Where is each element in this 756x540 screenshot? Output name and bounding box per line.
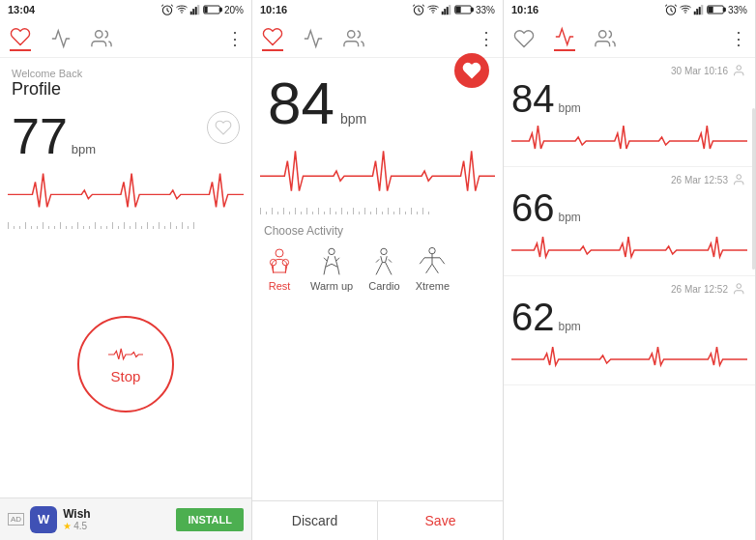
tick-4 (25, 222, 26, 229)
svg-rect-39 (694, 12, 696, 14)
panel-monitor: 13:04 20% ⋮ Welcome Back Profile (0, 0, 252, 540)
more-menu-3[interactable]: ⋮ (730, 28, 747, 49)
nav-people-1[interactable] (89, 26, 114, 51)
install-button[interactable]: INSTALL (176, 508, 244, 531)
history-ecg-0 (511, 120, 747, 158)
heart-nav-icon-2 (262, 26, 283, 47)
tick-3 (19, 226, 20, 229)
people-nav-icon-1 (91, 28, 112, 49)
save-button[interactable]: Save (378, 501, 503, 540)
heart-circle-1[interactable] (207, 111, 240, 144)
discard-button[interactable]: Discard (252, 501, 378, 540)
status-bar-3: 10:16 33% (504, 0, 755, 19)
history-item-0[interactable]: 30 Mar 10:16 84 bpm (504, 58, 755, 167)
nav-people-2[interactable] (341, 26, 366, 51)
stop-ecg-icon (108, 345, 143, 364)
more-menu-2[interactable]: ⋮ (478, 28, 495, 49)
svg-point-48 (737, 175, 741, 180)
welcome-section: Welcome Back Profile (0, 58, 251, 103)
tick-28 (164, 226, 165, 229)
tick-16 (95, 222, 96, 229)
activity-xtreme[interactable]: Xtreme (416, 245, 450, 292)
nav-chart-3[interactable] (552, 24, 577, 53)
svg-rect-12 (442, 12, 444, 14)
heart-record-btn[interactable] (454, 53, 489, 88)
tick-17 (101, 226, 102, 229)
svg-point-1 (181, 12, 183, 14)
history-unit-2: bpm (559, 320, 581, 333)
ecg-svg-2 (260, 141, 495, 201)
activity-warmup[interactable]: Warm up (310, 245, 353, 292)
tick-15 (89, 226, 90, 229)
nav-chart-1[interactable] (48, 26, 73, 51)
nav-heart-1[interactable] (8, 24, 33, 53)
history-bpm-row-0: 84 bpm (511, 79, 747, 118)
activity-items: Rest Warm up (264, 245, 491, 292)
tick-27 (159, 222, 160, 229)
svg-rect-44 (723, 8, 725, 12)
more-menu-1[interactable]: ⋮ (226, 28, 244, 49)
cardio-icon (368, 245, 399, 276)
nav-heart-3[interactable] (511, 26, 537, 51)
tick-13 (77, 222, 78, 229)
stop-button[interactable]: Stop (77, 316, 174, 412)
svg-rect-14 (447, 8, 449, 15)
nav-bar-3: ⋮ (504, 19, 755, 58)
profile-name: Profile (12, 79, 240, 99)
rest-label: Rest (269, 280, 291, 292)
tick-24 (141, 226, 142, 229)
stop-label: Stop (111, 368, 141, 384)
svg-rect-8 (204, 7, 207, 14)
svg-rect-7 (219, 8, 221, 12)
scrollbar[interactable] (752, 108, 755, 270)
svg-point-38 (684, 12, 686, 14)
chart-nav-icon-2 (303, 28, 324, 49)
nav-heart-2[interactable] (260, 24, 285, 53)
nav-people-3[interactable] (593, 26, 618, 51)
svg-rect-13 (444, 10, 446, 15)
nav-icons-3 (511, 24, 730, 53)
people-nav-icon-2 (343, 28, 364, 49)
svg-rect-15 (449, 6, 451, 15)
status-icons-2: 33% (412, 3, 495, 16)
nav-chart-2[interactable] (301, 26, 326, 51)
history-unit-0: bpm (559, 101, 581, 115)
person-icon-2 (734, 282, 747, 296)
activity-cardio[interactable]: Cardio (368, 245, 399, 292)
svg-line-34 (432, 264, 438, 273)
battery-icon (203, 4, 222, 15)
svg-point-20 (276, 249, 283, 257)
status-bar-1: 13:04 20% (0, 0, 251, 19)
ad-badge: AD (8, 513, 24, 526)
status-icons-3: 33% (664, 3, 747, 16)
tick-14 (83, 226, 84, 229)
svg-rect-40 (696, 10, 698, 15)
xtreme-label: Xtreme (416, 280, 450, 292)
svg-line-33 (426, 264, 432, 273)
history-list: 30 Mar 10:16 84 bpm 26 Mar 12:53 66 bpm (504, 58, 755, 540)
tick-1 (8, 222, 9, 229)
time-1: 13:04 (8, 4, 35, 15)
alarm-icon-3 (664, 3, 678, 16)
panel-activity: 10:16 33% ⋮ 84 bpm (252, 0, 504, 540)
activity-rest[interactable]: Rest (264, 245, 295, 292)
ad-banner: AD W Wish ★ 4.5 INSTALL (0, 497, 251, 540)
tick-2 (14, 226, 15, 229)
status-bar-2: 10:16 33% (252, 0, 503, 19)
stars-icon: ★ (63, 521, 72, 531)
history-item-1[interactable]: 26 Mar 12:53 66 bpm (504, 167, 755, 276)
history-item-2[interactable]: 26 Mar 12:52 62 bpm (504, 276, 755, 385)
svg-rect-4 (195, 8, 197, 15)
tick-7 (43, 222, 44, 229)
svg-rect-5 (197, 6, 199, 15)
signal-icon-3 (693, 3, 705, 16)
history-meta-1: 26 Mar 12:53 (511, 173, 747, 186)
svg-point-47 (737, 66, 741, 71)
ecg-1 (0, 161, 251, 219)
heart-icon-filled (462, 61, 481, 80)
tick-30 (176, 226, 177, 229)
svg-rect-2 (190, 12, 192, 14)
ecg-2 (252, 137, 503, 205)
warmup-label: Warm up (310, 280, 353, 292)
signal-icon-2 (441, 3, 452, 16)
